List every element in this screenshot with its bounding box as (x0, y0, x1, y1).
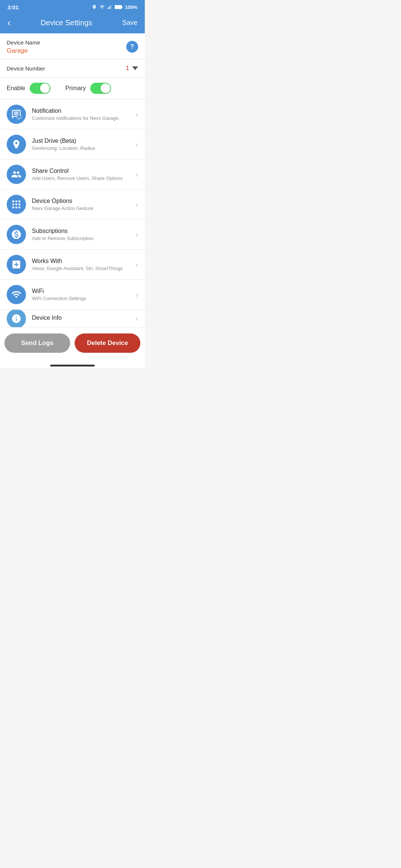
home-indicator (0, 362, 145, 368)
wifi-title: WiFi (32, 288, 130, 295)
subscriptions-icon-circle (7, 225, 26, 244)
help-button[interactable]: ? (126, 41, 138, 53)
device-number-label: Device Number (7, 65, 45, 72)
device-info-icon-circle (7, 310, 26, 328)
works-with-title: Works With (32, 258, 130, 264)
enable-toggle-knob (40, 83, 50, 93)
device-name-label: Device Name (7, 39, 40, 46)
status-bar: 3:01 100% (0, 0, 145, 13)
bottom-buttons: Send Logs Delete Device (0, 328, 145, 362)
primary-toggle-knob (101, 83, 110, 93)
delete-device-button[interactable]: Delete Device (75, 333, 140, 353)
subscriptions-text: Subscriptions Add or Remove Subscription (32, 228, 130, 241)
main-content: Device Name Garage ? Device Number 1 Ena… (0, 33, 145, 362)
primary-toggle-group: Primary (65, 83, 111, 94)
info-icon (11, 313, 22, 324)
chevron-right-icon: › (136, 230, 138, 239)
chevron-right-icon: › (136, 290, 138, 299)
menu-item-works-with[interactable]: Works With Alexa, Google Assistant, Siri… (0, 250, 145, 280)
primary-toggle[interactable] (90, 83, 111, 94)
chevron-right-icon: › (136, 110, 138, 119)
top-nav: ‹ Device Settings Save (0, 13, 145, 33)
device-options-title: Device Options (32, 198, 130, 204)
chevron-right-icon: › (136, 140, 138, 149)
svg-rect-4 (115, 5, 122, 9)
menu-item-device-info[interactable]: Device Info › (0, 310, 145, 328)
menu-item-wifi[interactable]: WiFi WiFi Connection Settings › (0, 280, 145, 310)
share-control-title: Share Control (32, 168, 130, 174)
status-time: 3:01 (7, 4, 19, 10)
device-options-subtitle: Nexx Garage Action Gesture (32, 206, 130, 211)
group-icon (11, 169, 22, 180)
just-drive-text: Just Drive (Beta) Geofencing: Location, … (32, 138, 130, 151)
battery-icon (115, 4, 123, 10)
works-with-subtitle: Alexa, Google Assistant, Siri, SmartThin… (32, 266, 130, 271)
notification-icon-circle: ! (7, 105, 26, 124)
signal-icon (107, 4, 113, 10)
subscriptions-title: Subscriptions (32, 228, 130, 234)
chevron-right-icon: › (136, 260, 138, 269)
menu-item-device-options[interactable]: Device Options Nexx Garage Action Gestur… (0, 190, 145, 220)
menu-item-just-drive[interactable]: Just Drive (Beta) Geofencing: Location, … (0, 129, 145, 160)
works-with-text: Works With Alexa, Google Assistant, Siri… (32, 258, 130, 271)
menu-item-share-control[interactable]: Share Control Add Users, Remove Users, S… (0, 160, 145, 190)
device-number-row[interactable]: Device Number 1 (0, 59, 145, 78)
svg-rect-5 (122, 6, 123, 8)
menu-list: ! Notification Customize notifications f… (0, 99, 145, 328)
enable-label: Enable (7, 85, 25, 92)
enable-toggle-group: Enable (7, 83, 50, 94)
wifi-icon-circle (7, 285, 26, 304)
subscriptions-subtitle: Add or Remove Subscription (32, 236, 130, 241)
share-control-subtitle: Add Users, Remove Users, Share Options (32, 175, 130, 181)
location-icon (92, 4, 97, 10)
primary-label: Primary (65, 85, 86, 92)
chevron-right-icon: › (136, 314, 138, 323)
battery-percentage: 100% (125, 4, 137, 10)
location-pin-icon (11, 139, 22, 149)
share-control-icon-circle (7, 165, 26, 184)
device-name-section: Device Name Garage ? (0, 33, 145, 59)
status-icons: 100% (92, 4, 137, 10)
wifi-text: WiFi WiFi Connection Settings (32, 288, 130, 301)
svg-point-8 (14, 147, 19, 149)
toggle-row: Enable Primary (0, 78, 145, 99)
page-title: Device Settings (40, 19, 92, 27)
dropdown-arrow-icon (132, 66, 138, 70)
device-number-picker[interactable]: 1 (126, 65, 138, 72)
dollar-icon (11, 229, 22, 240)
back-button[interactable]: ‹ (7, 18, 11, 27)
enable-toggle[interactable] (30, 83, 50, 94)
share-control-text: Share Control Add Users, Remove Users, S… (32, 168, 130, 181)
svg-rect-1 (108, 7, 109, 9)
chevron-right-icon: › (136, 200, 138, 209)
device-info-title: Device Info (32, 315, 130, 321)
svg-text:!: ! (19, 116, 19, 119)
svg-rect-0 (107, 8, 108, 9)
svg-rect-2 (110, 6, 110, 9)
device-options-icon-circle (7, 195, 26, 214)
notification-text: Notification Customize notifications for… (32, 108, 130, 121)
just-drive-icon-circle (7, 135, 26, 154)
just-drive-subtitle: Geofencing: Location, Radius (32, 145, 130, 151)
svg-rect-3 (111, 5, 111, 9)
chevron-right-icon: › (136, 170, 138, 179)
send-logs-button[interactable]: Send Logs (4, 333, 70, 353)
menu-item-notification[interactable]: ! Notification Customize notifications f… (0, 99, 145, 129)
device-name-value: Garage (7, 47, 40, 55)
plus-icon (11, 259, 22, 270)
wifi-status-icon (99, 4, 105, 10)
notification-title: Notification (32, 108, 130, 114)
grid-icon (11, 199, 22, 210)
device-number-value: 1 (126, 65, 129, 72)
device-options-text: Device Options Nexx Garage Action Gestur… (32, 198, 130, 211)
wifi-subtitle: WiFi Connection Settings (32, 296, 130, 301)
save-button[interactable]: Save (122, 19, 137, 27)
just-drive-title: Just Drive (Beta) (32, 138, 130, 144)
device-info-text: Device Info (32, 315, 130, 322)
home-bar (50, 365, 95, 366)
menu-item-subscriptions[interactable]: Subscriptions Add or Remove Subscription… (0, 220, 145, 250)
notification-subtitle: Customize notifications for Nexx Garage. (32, 115, 130, 121)
works-with-icon-circle (7, 255, 26, 274)
device-name-info: Device Name Garage (7, 39, 40, 55)
wifi-menu-icon (11, 289, 22, 300)
